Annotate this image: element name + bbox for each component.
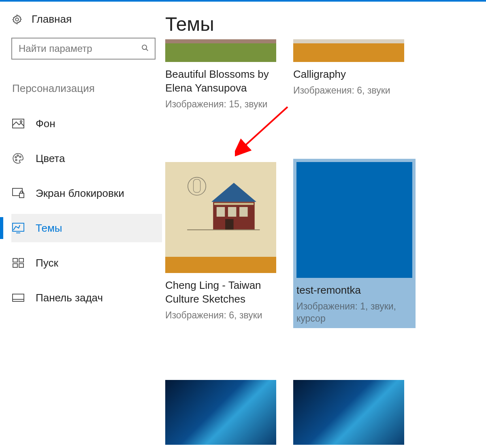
search-box[interactable] — [11, 38, 156, 60]
svg-point-6 — [17, 155, 19, 156]
search-icon — [141, 43, 149, 54]
svg-rect-26 — [239, 207, 247, 217]
theme-desc: Изображения: 15, звуки — [165, 98, 276, 111]
gear-icon — [11, 14, 23, 25]
svg-rect-11 — [13, 223, 24, 231]
theme-card-blossoms[interactable]: Beautiful Blossoms by Elena Yansupova Из… — [165, 39, 276, 110]
sidebar-item-label: Панель задач — [36, 292, 103, 304]
sidebar-item-background[interactable]: Фон — [11, 109, 162, 138]
svg-point-4 — [20, 121, 22, 122]
taskbar-icon — [12, 292, 24, 304]
main-content: Темы Beautiful Blossoms by Elena Yansupo… — [162, 2, 486, 448]
sidebar-item-label: Пуск — [36, 257, 58, 269]
sidebar-item-taskbar[interactable]: Панель задач — [11, 284, 162, 312]
section-header: Персонализация — [11, 82, 162, 95]
theme-name: Calligraphy — [293, 68, 404, 81]
sidebar-item-label: Темы — [36, 222, 62, 235]
theme-name: test-remontka — [296, 284, 412, 297]
sidebar-item-label: Фон — [36, 117, 55, 130]
sidebar-item-label: Экран блокировки — [36, 187, 124, 200]
theme-thumbnail — [165, 39, 276, 62]
svg-rect-10 — [19, 193, 24, 198]
svg-marker-21 — [211, 183, 256, 202]
svg-rect-14 — [19, 258, 23, 262]
theme-card[interactable] — [293, 380, 404, 445]
svg-rect-27 — [225, 219, 233, 230]
home-link[interactable]: Главная — [11, 13, 162, 26]
sidebar-item-colors[interactable]: Цвета — [11, 144, 162, 173]
palette-icon — [12, 152, 24, 164]
lockscreen-icon — [12, 187, 24, 199]
theme-thumbnail — [293, 39, 404, 62]
theme-desc: Изображения: 6, звуки — [293, 85, 404, 97]
svg-rect-20 — [194, 179, 200, 192]
svg-rect-25 — [228, 207, 236, 217]
svg-point-5 — [15, 156, 17, 158]
theme-card-chengling[interactable]: Cheng Ling - Taiwan Culture Sketches Изо… — [165, 162, 276, 328]
svg-rect-24 — [217, 207, 225, 217]
themes-grid: Beautiful Blossoms by Elena Yansupova Из… — [165, 39, 486, 445]
picture-icon — [12, 117, 24, 130]
svg-rect-13 — [13, 258, 17, 262]
theme-card[interactable] — [165, 380, 276, 445]
svg-rect-23 — [214, 203, 254, 205]
svg-point-7 — [19, 156, 21, 158]
sidebar-item-lockscreen[interactable]: Экран блокировки — [11, 179, 162, 207]
theme-thumbnail — [293, 380, 404, 445]
sidebar: Главная Персонализация Фон — [0, 2, 162, 448]
sidebar-item-label: Цвета — [36, 152, 65, 165]
home-label: Главная — [32, 13, 72, 26]
svg-rect-16 — [19, 264, 23, 267]
content-wrap: Главная Персонализация Фон — [0, 2, 486, 448]
theme-name: Cheng Ling - Taiwan Culture Sketches — [165, 279, 276, 306]
theme-thumbnail — [296, 162, 412, 278]
sidebar-item-themes[interactable]: Темы — [11, 214, 162, 242]
theme-desc: Изображения: 1, звуки, курсор — [296, 301, 412, 325]
theme-thumbnail — [165, 162, 276, 273]
svg-rect-15 — [13, 264, 17, 267]
search-input[interactable] — [18, 43, 141, 55]
svg-point-8 — [15, 159, 17, 161]
theme-thumbnail — [165, 380, 276, 445]
theme-name: Beautiful Blossoms by Elena Yansupova — [165, 68, 276, 95]
sidebar-item-start[interactable]: Пуск — [11, 249, 162, 277]
theme-card-selected[interactable]: test-remontka Изображения: 1, звуки, кур… — [293, 159, 416, 328]
svg-point-1 — [142, 45, 147, 49]
theme-desc: Изображения: 6, звуки — [165, 309, 276, 322]
svg-rect-17 — [13, 294, 24, 301]
svg-line-2 — [146, 49, 148, 51]
page-title: Темы — [165, 13, 486, 35]
themes-icon — [12, 222, 24, 234]
theme-card-calligraphy[interactable]: Calligraphy Изображения: 6, звуки — [293, 39, 404, 110]
start-icon — [12, 257, 24, 269]
svg-point-0 — [15, 18, 18, 21]
